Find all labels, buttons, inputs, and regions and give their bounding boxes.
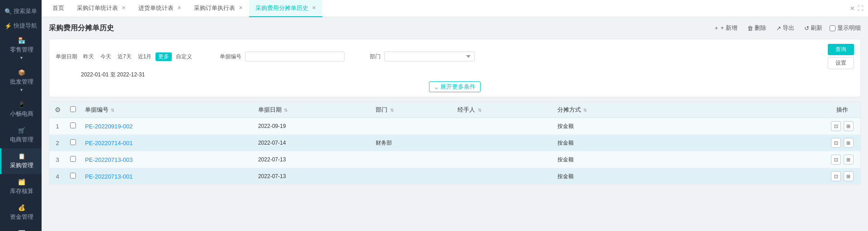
search-icon: 🔍 xyxy=(5,8,12,15)
sidebar-item-purchase[interactable]: 📋 采购管理 xyxy=(0,148,42,174)
tab-arrival-stats-label: 进货单统计表 xyxy=(138,4,174,12)
sidebar-ecom-label: 电商管理 xyxy=(10,136,33,144)
add-label: + 新增 xyxy=(721,24,737,32)
row-edit-icon-1[interactable]: ⊞ xyxy=(844,138,854,148)
col-split-method-label: 分摊方式 xyxy=(557,106,581,113)
row-view-icon-1[interactable]: ⊡ xyxy=(831,138,841,148)
tab-arrival-stats[interactable]: 进货单统计表 ✕ xyxy=(132,0,188,17)
col-settings[interactable]: ⚙ xyxy=(49,102,66,118)
sidebar-mobile-label: 小畅电商 xyxy=(10,110,33,118)
row-checkbox-3[interactable] xyxy=(70,173,76,179)
doc-no-input[interactable] xyxy=(245,52,344,61)
mobile-icon: 📱 xyxy=(18,101,25,108)
expand-row: ⌄ 展开更多条件 xyxy=(56,81,854,92)
show-cols-checkbox[interactable] xyxy=(830,25,835,31)
col-date-sort[interactable]: ⇅ xyxy=(284,108,288,113)
row-date-2: 2022-07-13 xyxy=(254,151,371,168)
tab-purchase-order-exec[interactable]: 采购订单执行表 ✕ xyxy=(188,0,249,17)
sidebar-item-finance[interactable]: 💰 资金管理 xyxy=(0,200,42,226)
sidebar: 🔍 搜索菜单 ⚡ 快捷导航 🏪 零售管理 ▼ 📦 批发管理 ▼ 📱 小畅电商 🛒… xyxy=(0,0,42,231)
row-view-icon-2[interactable]: ⊡ xyxy=(831,155,841,165)
content-area: 采购费用分摊单历史 ＋ + 新增 🗑 删除 ↗ 导出 ↺ 刷新 xyxy=(42,17,868,231)
dept-select[interactable] xyxy=(384,52,475,61)
date-filter: 单据日期 昨天 今天 近7天 近1月 更多 自定义 xyxy=(56,52,194,61)
wholesale-icon: 📦 xyxy=(18,69,25,76)
row-doc-no-link-0[interactable]: PE-20220919-002 xyxy=(85,123,133,130)
row-ops-1: ⊡ ⊞ xyxy=(824,135,860,151)
sidebar-item-mobile[interactable]: 📱 小畅电商 xyxy=(0,97,42,123)
close-tab-purchase-order-stats[interactable]: ✕ xyxy=(122,5,126,11)
row-split-method-2: 按金额 xyxy=(553,151,824,168)
date-yesterday[interactable]: 昨天 xyxy=(81,52,96,61)
table-container: ⚙ 单据编号 ⇅ 单据日期 ⇅ xyxy=(49,102,861,185)
tab-home[interactable]: 首页 xyxy=(46,0,71,17)
sidebar-purchase-label: 采购管理 xyxy=(10,161,33,170)
sidebar-item-inventory[interactable]: 🗂️ 库存核算 xyxy=(0,174,42,200)
filter-settings-button[interactable]: 设置 xyxy=(828,57,854,69)
row-view-icon-3[interactable]: ⊡ xyxy=(831,171,841,181)
row-dept-2 xyxy=(371,151,453,168)
row-checkbox-0[interactable] xyxy=(70,123,76,128)
row-doc-no-link-2[interactable]: PE-20220713-003 xyxy=(85,156,133,163)
close-tab-purchase-order-exec[interactable]: ✕ xyxy=(239,5,243,11)
table-row: 1 PE-20220919-002 2022-09-19 按金额 ⊡ ⊞ xyxy=(49,118,860,135)
row-view-icon-0[interactable]: ⊡ xyxy=(831,121,841,131)
sidebar-item-ecom[interactable]: 🛒 电商管理 xyxy=(0,123,42,148)
sidebar-item-ledger[interactable]: 📊 总账管理 xyxy=(0,226,42,231)
date-custom[interactable]: 自定义 xyxy=(174,52,194,61)
col-ops: 操作 xyxy=(824,102,860,118)
sidebar-item-search[interactable]: 🔍 搜索菜单 xyxy=(0,4,42,19)
row-edit-icon-3[interactable]: ⊞ xyxy=(844,171,854,181)
filter-buttons: 查询 设置 xyxy=(828,44,854,69)
maximize-icon[interactable]: ⛶ xyxy=(858,5,863,12)
row-doc-no-link-3[interactable]: PE-20220713-001 xyxy=(85,173,133,180)
refresh-button[interactable]: ↺ 刷新 xyxy=(802,23,825,33)
tab-purchase-order-stats[interactable]: 采购订单统计表 ✕ xyxy=(71,0,132,17)
col-handler-sort[interactable]: ⇅ xyxy=(478,108,481,113)
sidebar-item-wholesale[interactable]: 📦 批发管理 ▼ xyxy=(0,65,42,97)
col-dept-sort[interactable]: ⇅ xyxy=(390,108,394,113)
row-doc-no-0: PE-20220919-002 xyxy=(80,118,254,135)
col-date-label: 单据日期 xyxy=(258,106,282,113)
date-1month[interactable]: 近1月 xyxy=(136,52,154,61)
purchase-icon: 📋 xyxy=(18,153,25,160)
col-split-method-sort[interactable]: ⇅ xyxy=(583,108,587,113)
col-check xyxy=(66,102,80,118)
select-all-checkbox[interactable] xyxy=(70,106,76,112)
col-doc-no-label: 单据编号 xyxy=(85,106,108,113)
row-doc-no-link-1[interactable]: PE-20220714-001 xyxy=(85,140,133,146)
sidebar-item-retail[interactable]: 🏪 零售管理 ▼ xyxy=(0,33,42,65)
date-today[interactable]: 今天 xyxy=(98,52,113,61)
row-split-method-3: 按金额 xyxy=(553,168,824,185)
expand-more-conditions[interactable]: ⌄ 展开更多条件 xyxy=(429,81,481,92)
search-button[interactable]: 查询 xyxy=(828,44,854,55)
row-num-2: 3 xyxy=(49,151,66,168)
tab-purchase-cost-history[interactable]: 采购费用分摊单历史 ✕ xyxy=(249,0,322,17)
sidebar-item-quicknav[interactable]: ⚡ 快捷导航 xyxy=(0,19,42,33)
inventory-icon: 🗂️ xyxy=(18,179,25,185)
delete-label: 删除 xyxy=(755,24,766,32)
export-button[interactable]: ↗ 导出 xyxy=(774,23,797,33)
close-all-tabs-icon[interactable]: ✕ xyxy=(850,5,855,12)
col-handler-label: 经手人 xyxy=(458,106,475,113)
close-tab-purchase-cost-history[interactable]: ✕ xyxy=(312,5,316,11)
col-doc-no-sort[interactable]: ⇅ xyxy=(111,108,114,113)
show-cols-checkbox-group[interactable]: 显示明细 xyxy=(830,24,861,32)
close-tab-arrival-stats[interactable]: ✕ xyxy=(177,5,181,11)
row-handler-2 xyxy=(453,151,553,168)
date-7days[interactable]: 近7天 xyxy=(115,52,134,61)
row-check-3 xyxy=(66,168,80,185)
col-ops-label: 操作 xyxy=(836,106,848,113)
quicknav-icon: ⚡ xyxy=(5,23,12,29)
col-date: 单据日期 ⇅ xyxy=(254,102,371,118)
add-button[interactable]: ＋ + 新增 xyxy=(711,23,740,33)
date-more[interactable]: 更多 xyxy=(156,52,172,61)
row-checkbox-1[interactable] xyxy=(70,139,76,145)
expand-label: 展开更多条件 xyxy=(440,83,476,91)
delete-button[interactable]: 🗑 删除 xyxy=(745,23,769,33)
row-checkbox-2[interactable] xyxy=(70,156,76,162)
row-edit-icon-2[interactable]: ⊞ xyxy=(844,155,854,165)
sidebar-inventory-label: 库存核算 xyxy=(10,187,33,195)
row-edit-icon-0[interactable]: ⊞ xyxy=(844,121,854,131)
col-handler: 经手人 ⇅ xyxy=(453,102,553,118)
